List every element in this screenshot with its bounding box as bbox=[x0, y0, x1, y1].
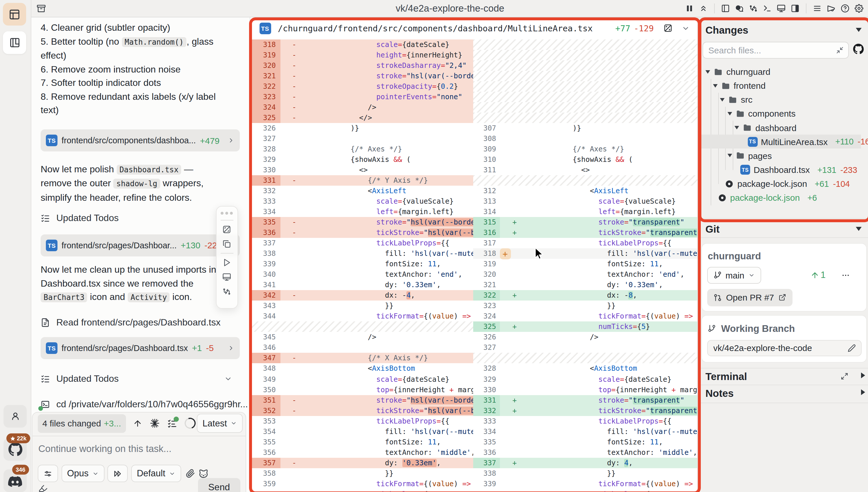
tree-caret-down[interactable] bbox=[734, 126, 739, 129]
chevrons-up-icon[interactable] bbox=[699, 4, 708, 13]
tool-step-row[interactable]: Read frontend/src/pages/Dashboard.tsx bbox=[41, 315, 240, 329]
tool-step-row[interactable]: Updated Todos bbox=[41, 372, 240, 386]
edit-branch-icon[interactable] bbox=[847, 344, 855, 352]
line-marker bbox=[500, 196, 520, 206]
notes-expand-caret[interactable] bbox=[861, 389, 865, 395]
diff-old-line: 332 <AxisLeft bbox=[250, 186, 473, 196]
tree-folder-row[interactable]: components bbox=[698, 107, 868, 121]
tree-folder-row[interactable]: pages bbox=[698, 149, 868, 163]
model-dropdown[interactable]: Opus bbox=[61, 465, 104, 482]
diff-new-line: 313 scale={valueScale} bbox=[473, 196, 697, 206]
line-number: 324 bbox=[250, 102, 280, 113]
chevron-down-icon[interactable] bbox=[224, 374, 232, 383]
tree-folder-row[interactable]: churnguard bbox=[698, 65, 868, 79]
git-collapse-caret[interactable] bbox=[856, 226, 862, 230]
sparkle-icon[interactable] bbox=[149, 418, 159, 428]
line-marker: - bbox=[280, 40, 298, 50]
play-icon[interactable] bbox=[222, 255, 231, 270]
file-chip[interactable]: TSfrontend/src/pages/Dashboar...+130-22 bbox=[41, 234, 240, 256]
tool-step-label: Read frontend/src/pages/Dashboard.tsx bbox=[56, 317, 220, 327]
monitor-icon[interactable] bbox=[222, 270, 231, 284]
working-branch-input[interactable]: vk/4e2a-explore-the-code bbox=[707, 340, 861, 356]
archive-icon[interactable] bbox=[37, 4, 46, 13]
tree-caret-down[interactable] bbox=[720, 98, 725, 101]
tree-file-row[interactable]: package-lock.json+6 bbox=[698, 191, 868, 205]
github-icon[interactable] bbox=[853, 43, 864, 54]
more-actions-icon[interactable] bbox=[841, 271, 850, 280]
code-token: = bbox=[398, 375, 402, 383]
diff-view-icon[interactable] bbox=[664, 24, 672, 33]
messages-icon[interactable] bbox=[735, 4, 744, 13]
line-number: 343 bbox=[250, 301, 280, 311]
tree-file-row[interactable]: TSDashboard.tsx+131-233 bbox=[698, 163, 868, 177]
help-icon[interactable] bbox=[841, 4, 849, 13]
fast-forward-button[interactable] bbox=[108, 465, 128, 482]
tree-file-row[interactable]: TSMultiLineArea.tsx+110-162 bbox=[698, 135, 868, 149]
rail-item-account[interactable] bbox=[3, 405, 27, 427]
pause-icon[interactable] bbox=[685, 4, 694, 13]
tree-caret-down[interactable] bbox=[713, 84, 717, 87]
line-number: 316 bbox=[473, 228, 500, 238]
highlighter-icon[interactable] bbox=[38, 484, 48, 492]
files-changed-chip[interactable]: 4 files changed+3... bbox=[38, 414, 126, 433]
gear-icon[interactable] bbox=[855, 4, 863, 13]
megaphone-icon[interactable] bbox=[827, 4, 836, 13]
file-search-input[interactable]: Search files... bbox=[703, 42, 849, 58]
tree-caret-down[interactable] bbox=[727, 112, 732, 116]
expand-terminal-icon[interactable] bbox=[841, 372, 848, 380]
branch-dropdown[interactable]: main bbox=[707, 267, 761, 284]
changes-collapse-caret[interactable] bbox=[856, 28, 862, 32]
tool-step-row[interactable]: cd /private/var/folders/10/h7w0q46556ggr… bbox=[41, 397, 240, 411]
open-pr-button[interactable]: Open PR #7 bbox=[707, 289, 793, 306]
diff-new-line: 307 )} bbox=[473, 123, 697, 133]
chat-text-line: BarChart3 icon and Activity icon. bbox=[41, 290, 240, 304]
panel-right-icon[interactable] bbox=[791, 4, 799, 13]
panel-left-icon[interactable] bbox=[721, 4, 730, 13]
diff-row: 331- {/* Y Axis */} bbox=[250, 175, 697, 186]
arrow-up-icon[interactable] bbox=[133, 419, 142, 428]
ellipsis-icon[interactable] bbox=[220, 212, 233, 215]
file-chip[interactable]: TSfrontend/src/pages/Dashboard.tsx+1-5 bbox=[41, 337, 240, 359]
diff-row: 350 top={innerHeight + margi330 top={inn… bbox=[250, 385, 697, 395]
file-chip[interactable]: TSfrontend/src/components/dashboa...+479 bbox=[41, 129, 240, 151]
rail-item-workspace-layout[interactable] bbox=[3, 3, 26, 26]
git-compare-icon[interactable] bbox=[222, 284, 231, 299]
tree-file-row[interactable]: package-lock.json+61-104 bbox=[698, 177, 868, 191]
cat-icon[interactable] bbox=[198, 468, 208, 478]
code-token: transparent bbox=[633, 218, 680, 226]
line-marker bbox=[500, 364, 520, 374]
diff-square-icon[interactable] bbox=[222, 222, 231, 237]
send-button[interactable]: Send bbox=[198, 478, 240, 492]
todos-dot-icon[interactable] bbox=[167, 418, 177, 428]
terminal-icon[interactable] bbox=[763, 4, 772, 13]
rail-item-kanban-board[interactable] bbox=[3, 31, 26, 54]
tree-caret-down[interactable] bbox=[727, 154, 732, 157]
ts-file-badge: TS bbox=[46, 342, 57, 353]
git-compare-icon[interactable] bbox=[749, 4, 758, 13]
collapse-tree-icon[interactable] bbox=[836, 46, 844, 54]
line-marker bbox=[500, 311, 520, 322]
mode-dropdown[interactable]: Default bbox=[131, 465, 181, 482]
settings-button[interactable] bbox=[38, 465, 58, 482]
tree-folder-row[interactable]: src bbox=[698, 93, 868, 107]
code-token: { bbox=[437, 82, 441, 91]
message-input[interactable]: Continue working on this task... bbox=[38, 443, 245, 454]
tree-folder-row[interactable]: frontend bbox=[698, 79, 868, 93]
monitor-icon[interactable] bbox=[777, 4, 785, 13]
tree-caret-down[interactable] bbox=[705, 70, 710, 73]
add-comment-button[interactable]: + bbox=[500, 248, 511, 259]
latest-dropdown[interactable]: Latest bbox=[197, 414, 243, 433]
copy-icon[interactable] bbox=[222, 237, 231, 251]
line-marker bbox=[280, 478, 298, 489]
code-text: <> bbox=[520, 165, 697, 175]
tree-folder-row[interactable]: dashboard bbox=[698, 121, 868, 134]
tool-step-row[interactable]: Updated Todos bbox=[41, 211, 240, 225]
line-marker: + bbox=[500, 458, 520, 468]
menu-icon[interactable] bbox=[813, 4, 822, 13]
chevron-down-icon[interactable] bbox=[682, 24, 690, 32]
paperclip-icon[interactable] bbox=[186, 469, 195, 478]
diff-old-line: 343 }} bbox=[250, 301, 473, 311]
terminal-expand-caret[interactable] bbox=[861, 372, 865, 378]
code-text: pointerEvents="none" bbox=[298, 92, 473, 102]
code-token: {innerHeight bbox=[394, 386, 450, 394]
